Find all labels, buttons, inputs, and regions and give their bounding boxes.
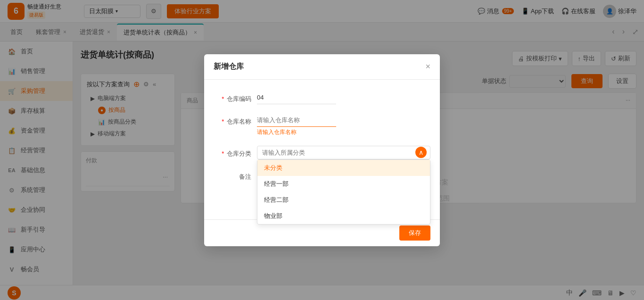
category-field-wrap: ∧ 未分类 经营一部 经营二部 物业部 — [257, 146, 430, 159]
option-property[interactable]: 物业部 — [257, 208, 430, 224]
name-error-msg: 请输入仓库名称 — [257, 128, 430, 136]
category-dropdown-list: 未分类 经营一部 经营二部 物业部 — [257, 159, 430, 225]
option-uncategorized[interactable]: 未分类 — [257, 160, 430, 176]
option-dept2[interactable]: 经营二部 — [257, 192, 430, 208]
form-row-code: * 仓库编码 — [214, 91, 430, 104]
name-input[interactable] — [257, 114, 336, 127]
save-button[interactable]: 保存 — [399, 225, 430, 241]
modal-title: 新增仓库 — [214, 62, 244, 72]
required-star: * — [222, 95, 224, 102]
form-row-name: * 仓库名称 请输入仓库名称 — [214, 114, 430, 136]
modal-overlay: 新增仓库 × * 仓库编码 * 仓库名称 — [0, 0, 644, 300]
option-dept1[interactable]: 经营一部 — [257, 176, 430, 192]
required-star2: * — [222, 118, 224, 125]
code-input[interactable] — [257, 91, 336, 104]
code-field-wrap — [257, 91, 430, 104]
required-star3: * — [222, 150, 224, 157]
category-input[interactable] — [257, 146, 430, 159]
code-label: * 仓库编码 — [214, 91, 251, 103]
modal-body: * 仓库编码 * 仓库名称 请输入仓库名称 — [204, 80, 440, 219]
name-field-wrap: 请输入仓库名称 — [257, 114, 430, 136]
category-label: * 仓库分类 — [214, 146, 251, 158]
name-label: * 仓库名称 — [214, 114, 251, 126]
category-dropdown: ∧ 未分类 经营一部 经营二部 物业部 — [257, 146, 430, 159]
modal-close-button[interactable]: × — [425, 62, 430, 72]
form-row-category: * 仓库分类 ∧ 未分类 经营一部 经营二部 物业部 — [214, 146, 430, 159]
dropdown-arrow-icon[interactable]: ∧ — [415, 147, 427, 158]
new-warehouse-modal: 新增仓库 × * 仓库编码 * 仓库名称 — [204, 54, 440, 246]
modal-header: 新增仓库 × — [204, 54, 440, 80]
notes-label: 备注 — [214, 169, 251, 181]
